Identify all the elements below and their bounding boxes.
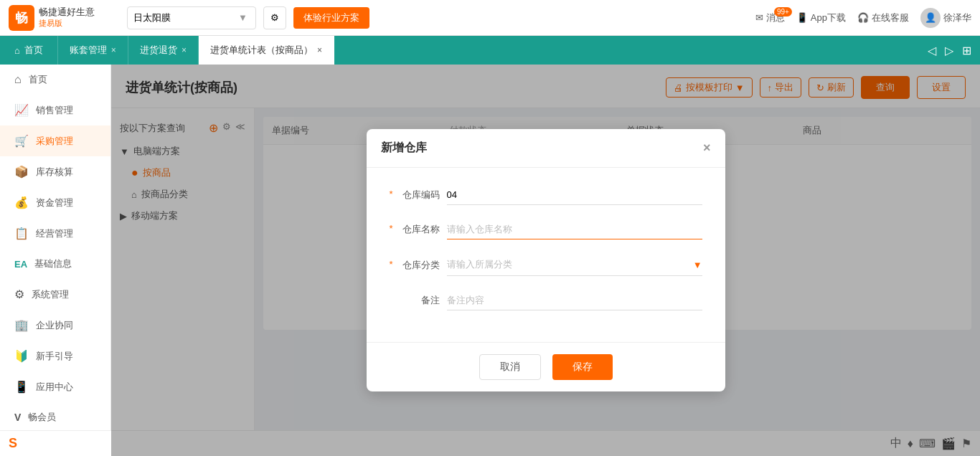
corp-icon: 🏢 xyxy=(14,318,29,332)
inventory-icon: 📦 xyxy=(14,165,29,179)
dialog-body: 仓库编码 仓库名称 仓库分类 xyxy=(367,168,725,342)
message-icon: ✉ xyxy=(755,12,763,23)
sidebar-operations-label: 经营管理 xyxy=(36,227,73,240)
search-dropdown-icon[interactable]: ▼ xyxy=(238,12,248,23)
guide-icon: 🔰 xyxy=(14,349,29,363)
sidebar-item-home[interactable]: ⌂ 首页 xyxy=(0,65,110,95)
tab-accounts[interactable]: 账套管理 × xyxy=(58,36,128,65)
cancel-button[interactable]: 取消 xyxy=(479,354,541,380)
sidebar-home-label: 首页 xyxy=(29,73,47,86)
dialog-close-button[interactable]: × xyxy=(703,141,711,156)
search-input[interactable] xyxy=(133,12,234,23)
note-input[interactable] xyxy=(447,290,702,310)
name-label: 仓库名称 xyxy=(390,223,447,236)
sidebar-item-corp[interactable]: 🏢 企业协同 xyxy=(0,310,110,341)
sidebar-finance-label: 资金管理 xyxy=(36,196,73,209)
tab-purchase-stat-close[interactable]: × xyxy=(317,45,322,55)
home-icon: ⌂ xyxy=(14,45,20,56)
user-menu[interactable]: 👤 徐泽华 xyxy=(920,8,971,28)
operations-icon: 📋 xyxy=(14,227,29,240)
category-placeholder: 请输入所属分类 xyxy=(447,258,512,271)
logo-sub: 捷易版 xyxy=(39,18,95,29)
category-select[interactable]: 请输入所属分类 ▼ xyxy=(447,254,702,276)
headset-icon: 🎧 xyxy=(857,12,869,23)
tab-expand-icon[interactable]: ⊞ xyxy=(959,42,974,59)
note-field xyxy=(447,290,702,310)
sidebar-item-sales[interactable]: 📈 销售管理 xyxy=(0,95,110,125)
sales-icon: 📈 xyxy=(14,103,29,117)
nav-right: ✉ 消息 99+ 📱 App下载 🎧 在线客服 👤 徐泽华 xyxy=(755,8,971,28)
sidebar-apps-label: 应用中心 xyxy=(36,381,73,394)
note-label: 备注 xyxy=(390,294,447,307)
category-dropdown-icon: ▼ xyxy=(693,260,702,270)
top-nav: 畅 畅捷通好生意 捷易版 ▼ ⚙ 体验行业方案 ✉ 消息 99+ 📱 App下载… xyxy=(0,0,980,36)
name-input[interactable] xyxy=(447,219,702,239)
content-area: 进货单统计(按商品) 🖨 按模板打印 ▼ ↑ 导出 ↻ 刷新 查询 设置 xyxy=(111,65,980,456)
app-download-label: App下载 xyxy=(811,11,846,24)
messages-badge: 99+ xyxy=(774,7,792,16)
username: 徐泽华 xyxy=(943,11,971,24)
logo-icon: 畅 xyxy=(9,5,34,31)
app-download-button[interactable]: 📱 App下载 xyxy=(796,11,846,24)
trial-button[interactable]: 体验行业方案 xyxy=(293,7,369,29)
form-row-name: 仓库名称 xyxy=(390,219,702,239)
tab-next-icon[interactable]: ▷ xyxy=(942,42,956,59)
sidebar-system-label: 系统管理 xyxy=(32,288,69,301)
purchase-icon: 🛒 xyxy=(14,134,29,148)
avatar: 👤 xyxy=(920,8,941,28)
category-field[interactable]: 请输入所属分类 ▼ xyxy=(447,254,702,276)
sidebar-item-inventory[interactable]: 📦 库存核算 xyxy=(0,156,110,187)
form-row-category: 仓库分类 请输入所属分类 ▼ xyxy=(390,254,702,276)
tab-bar: ⌂ 首页 账套管理 × 进货退货 × 进货单统计表（按商品） × ◁ ▷ ⊞ xyxy=(0,36,980,65)
sidebar-item-finance[interactable]: 💰 资金管理 xyxy=(0,187,110,218)
bottom-left: S xyxy=(9,436,17,451)
tab-accounts-close[interactable]: × xyxy=(111,45,116,55)
home-nav-icon: ⌂ xyxy=(14,73,22,86)
tab-controls: ◁ ▷ ⊞ xyxy=(925,42,980,59)
tab-purchase-stat[interactable]: 进货单统计表（按商品） × xyxy=(199,36,334,65)
basic-info-icon: EA xyxy=(14,259,27,270)
code-field xyxy=(447,185,702,205)
sidebar-basic-info-label: 基础信息 xyxy=(34,257,72,270)
apps-icon: 📱 xyxy=(14,380,29,394)
dialog-header: 新增仓库 × xyxy=(367,129,725,168)
code-label: 仓库编码 xyxy=(390,189,447,201)
new-warehouse-dialog: 新增仓库 × 仓库编码 仓库名称 xyxy=(367,129,725,391)
sidebar-vip-label: 畅会员 xyxy=(28,411,56,424)
sidebar-item-operations[interactable]: 📋 经营管理 xyxy=(0,218,110,249)
sidebar-corp-label: 企业协同 xyxy=(36,319,73,332)
s-logo: S xyxy=(9,436,17,451)
dialog-title: 新增仓库 xyxy=(381,141,427,156)
sidebar-purchase-label: 采购管理 xyxy=(36,135,73,148)
tab-purchase-return-close[interactable]: × xyxy=(182,45,187,55)
search-area[interactable]: ▼ xyxy=(127,6,256,29)
messages-button[interactable]: ✉ 消息 99+ xyxy=(755,11,785,24)
phone-icon: 📱 xyxy=(796,12,808,23)
form-row-code: 仓库编码 xyxy=(390,185,702,205)
sidebar-item-guide[interactable]: 🔰 新手引导 xyxy=(0,341,110,371)
name-field xyxy=(447,219,702,239)
tab-prev-icon[interactable]: ◁ xyxy=(925,42,939,59)
dialog-footer: 取消 保存 xyxy=(367,342,725,391)
code-input[interactable] xyxy=(447,185,702,205)
tab-home-label: 首页 xyxy=(24,44,43,57)
sidebar-item-purchase[interactable]: 🛒 采购管理 xyxy=(0,125,110,156)
sidebar-item-apps[interactable]: 📱 应用中心 xyxy=(0,371,110,402)
tab-purchase-return[interactable]: 进货退货 × xyxy=(128,36,199,65)
logo-area: 畅 畅捷通好生意 捷易版 xyxy=(9,5,120,31)
sidebar-inventory-label: 库存核算 xyxy=(36,166,73,179)
online-service-button[interactable]: 🎧 在线客服 xyxy=(857,11,909,24)
sidebar-guide-label: 新手引导 xyxy=(36,350,73,363)
tab-home[interactable]: ⌂ 首页 xyxy=(0,36,58,65)
tab-purchase-return-label: 进货退货 xyxy=(140,44,177,57)
tab-purchase-stat-label: 进货单统计表（按商品） xyxy=(210,44,313,57)
sidebar-item-basic-info[interactable]: EA 基础信息 xyxy=(0,249,110,279)
sidebar-item-vip[interactable]: V 畅会员 xyxy=(0,402,110,432)
sidebar-sales-label: 销售管理 xyxy=(36,104,73,117)
sidebar-item-system[interactable]: ⚙ 系统管理 xyxy=(0,279,110,310)
gear-button[interactable]: ⚙ xyxy=(263,6,286,29)
sidebar: ⌂ 首页 📈 销售管理 🛒 采购管理 📦 库存核算 💰 资金管理 📋 经营管理 … xyxy=(0,65,111,456)
save-button[interactable]: 保存 xyxy=(552,354,613,380)
category-label: 仓库分类 xyxy=(390,259,447,272)
logo-name: 畅捷通好生意 xyxy=(39,6,95,19)
